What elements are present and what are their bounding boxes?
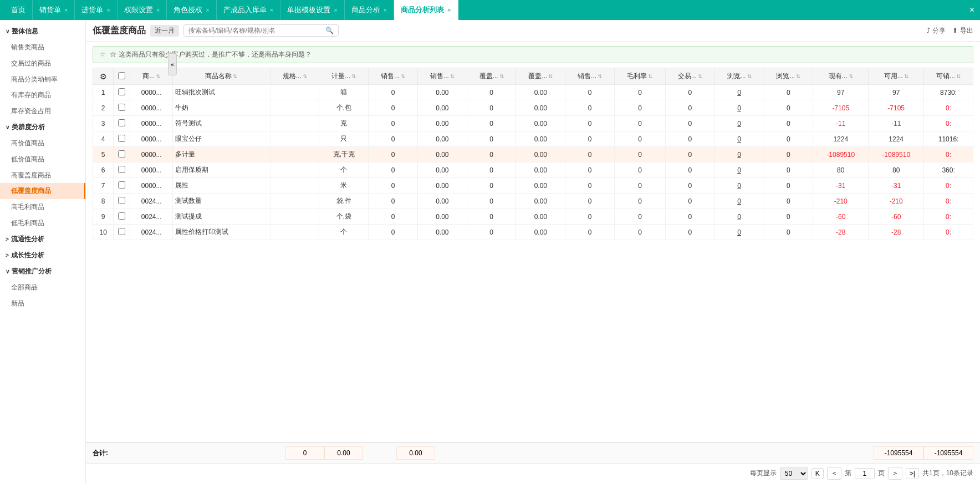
- nav-tab-analysis-list[interactable]: 商品分析列表 ×: [394, 0, 458, 20]
- sidebar-group-growth[interactable]: > 成长性分析: [0, 247, 85, 263]
- sidebar-item-traded-goods[interactable]: 交易过的商品: [0, 55, 85, 72]
- col-trade[interactable]: 交易...⇅: [666, 68, 715, 85]
- row-browse1[interactable]: 0: [714, 178, 764, 194]
- row-gross: 0: [614, 225, 665, 240]
- row-select-checkbox[interactable]: [118, 166, 125, 173]
- sidebar-item-all-goods[interactable]: 全部商品: [0, 279, 85, 296]
- row-select-checkbox[interactable]: [118, 181, 125, 189]
- select-all-checkbox[interactable]: [118, 72, 125, 79]
- settings-icon[interactable]: ⚙: [100, 72, 107, 81]
- nav-tab-production[interactable]: 产成品入库单 ×: [217, 0, 280, 20]
- sidebar-item-low-value[interactable]: 低价值商品: [0, 151, 85, 167]
- col-browse1[interactable]: 浏览...⇅: [714, 68, 764, 85]
- sidebar-item-in-stock[interactable]: 有库存的商品: [0, 87, 85, 103]
- prev-page-button[interactable]: ＜: [827, 467, 841, 480]
- col-browse2[interactable]: 浏览...⇅: [764, 68, 813, 85]
- row-checkbox[interactable]: [114, 100, 130, 116]
- row-select-checkbox[interactable]: [118, 135, 125, 142]
- row-select-checkbox[interactable]: [118, 104, 125, 111]
- sidebar-collapse-button[interactable]: «: [168, 53, 177, 75]
- sidebar-item-high-coverage[interactable]: 高覆盖度商品: [0, 167, 85, 184]
- sidebar-item-low-coverage[interactable]: 低覆盖度商品: [0, 183, 85, 199]
- row-checkbox[interactable]: [114, 162, 130, 178]
- row-checkbox[interactable]: [114, 85, 130, 100]
- row-checkbox[interactable]: [114, 131, 130, 147]
- nav-tab-purchase[interactable]: 进货单 ×: [75, 0, 117, 20]
- col-coverage2[interactable]: 覆盖...⇅: [516, 68, 565, 85]
- close-all-button[interactable]: ×: [969, 5, 974, 15]
- sidebar-item-high-value[interactable]: 高价值商品: [0, 135, 85, 151]
- row-browse1[interactable]: 0: [714, 131, 764, 147]
- row-select-checkbox[interactable]: [118, 119, 125, 126]
- col-sales-qty[interactable]: 销售...⇅: [369, 68, 418, 85]
- export-button[interactable]: ⬆ 导出: [952, 26, 973, 35]
- col-available[interactable]: 可用...⇅: [869, 68, 924, 85]
- col-sales-amt[interactable]: 销售...⇅: [417, 68, 467, 85]
- row-checkbox[interactable]: [114, 225, 130, 240]
- nav-tab-analysis-close[interactable]: ×: [384, 7, 387, 13]
- col-saleable[interactable]: 可销...⇅: [924, 68, 973, 85]
- nav-tab-sales[interactable]: 销货单 ×: [33, 0, 75, 20]
- row-browse1[interactable]: 0: [714, 85, 764, 100]
- row-checkbox[interactable]: [114, 178, 130, 194]
- nav-tab-home[interactable]: 首页: [4, 0, 33, 20]
- nav-tab-analysis[interactable]: 商品分析 ×: [345, 0, 394, 20]
- search-icon[interactable]: 🔍: [325, 27, 334, 34]
- search-input[interactable]: [188, 27, 325, 34]
- col-current-stock[interactable]: 现有...⇅: [813, 68, 869, 85]
- share-button[interactable]: ⤴ 分享: [927, 26, 946, 35]
- row-select-checkbox[interactable]: [118, 212, 125, 220]
- sidebar-item-sales-goods[interactable]: 销售类商品: [0, 39, 85, 55]
- col-settings[interactable]: ⚙: [93, 68, 114, 85]
- col-code[interactable]: 商...⇅: [130, 68, 173, 85]
- sidebar-item-low-margin[interactable]: 低毛利商品: [0, 215, 85, 231]
- last-page-button[interactable]: >|: [906, 468, 919, 479]
- row-checkbox[interactable]: [114, 194, 130, 209]
- next-page-button[interactable]: ＞: [888, 467, 902, 480]
- page-number-input[interactable]: [855, 468, 875, 479]
- nav-tab-permissions-close[interactable]: ×: [156, 7, 160, 13]
- col-sales3[interactable]: 销售...⇅: [565, 68, 615, 85]
- sidebar-group-liquidity[interactable]: > 流通性分析: [0, 231, 85, 247]
- col-coverage1[interactable]: 覆盖...⇅: [467, 68, 516, 85]
- row-checkbox[interactable]: [114, 116, 130, 131]
- row-browse1[interactable]: 0: [714, 100, 764, 116]
- col-spec[interactable]: 规格...⇅: [270, 68, 319, 85]
- row-select-checkbox[interactable]: [118, 228, 125, 235]
- col-gross-margin[interactable]: 毛利率⇅: [614, 68, 665, 85]
- row-browse1[interactable]: 0: [714, 147, 764, 162]
- col-name[interactable]: 商品名称⇅: [172, 68, 270, 85]
- row-browse1[interactable]: 0: [714, 225, 764, 240]
- sidebar-group-cluster[interactable]: ∨ 类群度分析: [0, 119, 85, 135]
- nav-tab-roles-close[interactable]: ×: [206, 7, 209, 13]
- nav-tab-roles[interactable]: 角色授权 ×: [167, 0, 216, 20]
- row-select-checkbox[interactable]: [118, 197, 125, 204]
- nav-tab-sales-close[interactable]: ×: [64, 7, 68, 13]
- row-checkbox[interactable]: [114, 147, 130, 162]
- nav-tab-analysis-list-close[interactable]: ×: [447, 7, 451, 13]
- sidebar-group-marketing[interactable]: ∨ 营销推广分析: [0, 263, 85, 279]
- row-select-checkbox[interactable]: [118, 150, 125, 157]
- row-browse1[interactable]: 0: [714, 209, 764, 225]
- nav-tab-template-close[interactable]: ×: [334, 7, 337, 13]
- sidebar-item-new-goods[interactable]: 新品: [0, 296, 85, 312]
- row-browse1[interactable]: 0: [714, 194, 764, 209]
- sidebar-group-overall[interactable]: ∨ 整体信息: [0, 23, 85, 39]
- row-select-checkbox[interactable]: [118, 88, 125, 95]
- search-box[interactable]: 🔍: [183, 24, 339, 37]
- per-page-select[interactable]: 50 100 200: [780, 467, 808, 480]
- nav-tab-permissions[interactable]: 权限设置 ×: [118, 0, 167, 20]
- filter-tag-recent[interactable]: 近一月: [150, 25, 179, 37]
- sidebar-item-category-rate[interactable]: 商品分类动销率: [0, 72, 85, 88]
- table-wrapper[interactable]: ⚙ 商...⇅ 商品名称⇅ 规格...⇅ 计量...⇅ 销售...⇅ 销售...…: [86, 68, 980, 442]
- nav-tab-purchase-close[interactable]: ×: [106, 7, 110, 13]
- nav-tab-template[interactable]: 单据模板设置 ×: [280, 0, 344, 20]
- col-unit[interactable]: 计量...⇅: [319, 68, 369, 85]
- row-browse1[interactable]: 0: [714, 116, 764, 131]
- row-browse1[interactable]: 0: [714, 162, 764, 178]
- row-checkbox[interactable]: [114, 209, 130, 225]
- nav-tab-production-close[interactable]: ×: [270, 7, 273, 13]
- first-page-button[interactable]: K: [811, 468, 824, 479]
- sidebar-item-capital-occupancy[interactable]: 库存资金占用: [0, 103, 85, 119]
- sidebar-item-high-margin[interactable]: 高毛利商品: [0, 199, 85, 215]
